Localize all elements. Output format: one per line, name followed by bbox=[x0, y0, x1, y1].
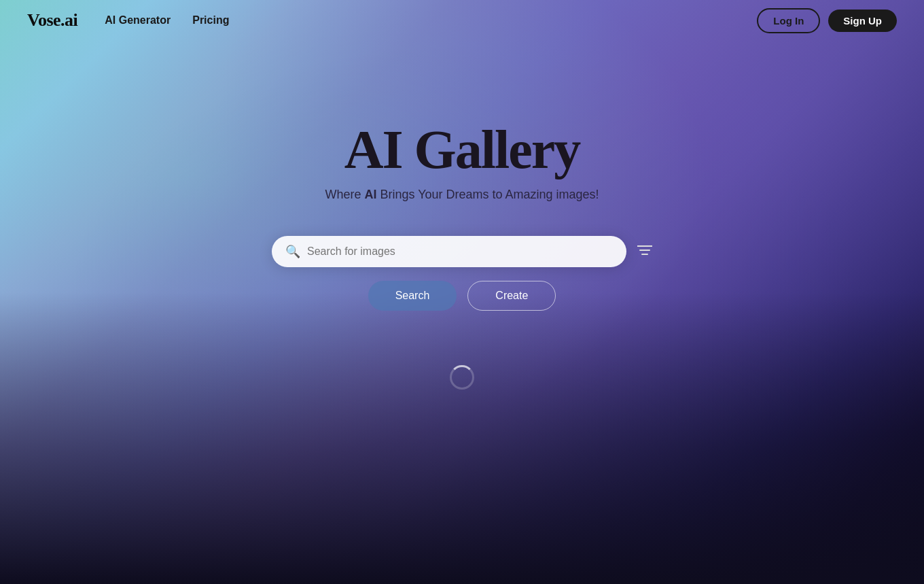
nav-left: Vose.ai AI Generator Pricing bbox=[27, 10, 229, 31]
navbar: Vose.ai AI Generator Pricing Log In Sign… bbox=[0, 0, 924, 41]
nav-link-ai-generator[interactable]: AI Generator bbox=[105, 14, 171, 27]
nav-right: Log In Sign Up bbox=[757, 8, 897, 33]
login-button[interactable]: Log In bbox=[757, 8, 820, 33]
filter-icon[interactable] bbox=[637, 244, 652, 260]
signup-button[interactable]: Sign Up bbox=[828, 10, 897, 32]
search-icon: 🔍 bbox=[285, 244, 300, 259]
subtitle-bold: AI bbox=[364, 188, 376, 201]
loading-container bbox=[0, 365, 924, 390]
create-button[interactable]: Create bbox=[467, 281, 556, 311]
nav-link-pricing[interactable]: Pricing bbox=[192, 14, 229, 27]
logo[interactable]: Vose.ai bbox=[27, 10, 77, 31]
subtitle-suffix: Brings Your Dreams to Amazing images! bbox=[376, 188, 599, 201]
subtitle-prefix: Where bbox=[325, 188, 364, 201]
nav-links: AI Generator Pricing bbox=[105, 14, 229, 27]
action-buttons: Search Create bbox=[368, 281, 556, 311]
hero-subtitle: Where AI Brings Your Dreams to Amazing i… bbox=[325, 188, 599, 202]
loading-spinner bbox=[450, 365, 474, 390]
search-button[interactable]: Search bbox=[368, 281, 457, 311]
search-container: 🔍 bbox=[272, 236, 652, 267]
search-input[interactable] bbox=[307, 245, 613, 258]
search-bar: 🔍 bbox=[272, 236, 626, 267]
hero-section: AI Gallery Where AI Brings Your Dreams t… bbox=[0, 122, 924, 311]
hero-title: AI Gallery bbox=[344, 122, 580, 177]
